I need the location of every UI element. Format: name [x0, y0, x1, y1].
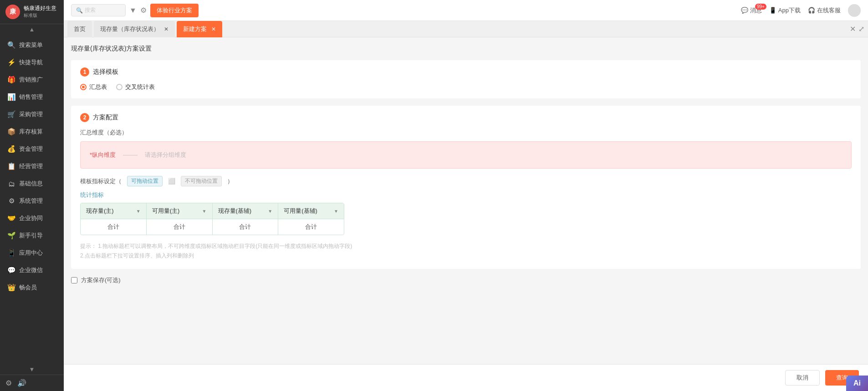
sidebar-item-label: 采购管理 — [19, 110, 43, 118]
stat-table-body: 合计 合计 合计 合计 — [81, 219, 344, 235]
sidebar-item-member[interactable]: 👑 畅会员 — [0, 279, 64, 296]
crown-icon: 👑 — [7, 283, 15, 292]
topbar-settings-icon[interactable]: ⚙ — [140, 6, 147, 15]
col-1-arrow[interactable]: ▼ — [136, 209, 141, 214]
message-icon: 💬 — [741, 7, 748, 14]
indicator-config: 模板指标设定（ 可拖动位置 ⬜ 不可拖动位置 ） 统计指标 现存量(主) ▼ 可 — [80, 176, 852, 260]
sidebar-item-label: 新手引导 — [19, 232, 43, 240]
tab-close-button[interactable]: ✕ — [850, 25, 856, 33]
speaker-icon[interactable]: 🔊 — [17, 379, 26, 387]
sidebar-item-search[interactable]: 🔍 搜索菜单 — [0, 36, 64, 54]
cancel-button[interactable]: 取消 — [785, 370, 820, 386]
sidebar-item-sales[interactable]: 📊 销售管理 — [0, 88, 64, 106]
tab-home[interactable]: 首页 — [67, 21, 92, 37]
stat-col-2[interactable]: 可用量(主) ▼ — [147, 203, 213, 219]
settings-icon[interactable]: ⚙ — [5, 379, 12, 387]
chart-icon: 📊 — [7, 93, 15, 101]
step2-title: 方案配置 — [93, 113, 118, 122]
sidebar-item-finance[interactable]: 💰 资金管理 — [0, 140, 64, 158]
stat-col-3[interactable]: 现存量(基辅) ▼ — [213, 203, 279, 219]
indicator-config-prefix: 模板指标设定（ — [80, 177, 122, 185]
radio-cross[interactable]: 交叉统计表 — [116, 83, 155, 91]
col-4-arrow[interactable]: ▼ — [334, 209, 338, 214]
sidebar-item-label: 企业微信 — [19, 266, 43, 274]
topbar-gear-icon[interactable]: ▼ — [129, 6, 137, 15]
industry-plan-button[interactable]: 体验行业方案 — [150, 4, 199, 17]
sidebar-item-label: 库存核算 — [19, 128, 43, 136]
non-draggable-tag: 不可拖动位置 — [181, 176, 222, 186]
sidebar-item-newbie[interactable]: 🌱 新手引导 — [0, 227, 64, 244]
sidebar-item-wechat[interactable]: 💬 企业微信 — [0, 262, 64, 279]
sidebar-item-operation[interactable]: 📋 经营管理 — [0, 158, 64, 175]
sidebar-item-basic[interactable]: 🗂 基础信息 — [0, 175, 64, 192]
sidebar-item-label: 资金管理 — [19, 145, 43, 153]
tab-inventory-close[interactable]: ✕ — [164, 26, 168, 32]
logo-icon: 康 — [5, 5, 20, 19]
stat-col-1[interactable]: 现存量(主) ▼ — [81, 203, 147, 219]
sidebar-item-purchase[interactable]: 🛒 采购管理 — [0, 106, 64, 123]
sidebar-scroll-up[interactable]: ▲ — [0, 24, 64, 35]
app-download-link[interactable]: 📱 App下载 — [769, 6, 801, 15]
sidebar: 康 畅康通好生意 标准版 ▲ 🔍 搜索菜单 ⚡ 快捷导航 🎁 营销推广 📊 销售… — [0, 0, 64, 391]
col-3-arrow[interactable]: ▼ — [268, 209, 272, 214]
stat-cell-1: 合计 — [81, 219, 147, 235]
stat-col-4[interactable]: 可用量(基辅) ▼ — [278, 203, 344, 219]
sidebar-item-inventory[interactable]: 📦 库存核算 — [0, 123, 64, 140]
tip-1: 提示： 1.拖动标题栏可以调整布局，不可跨维度或指标区域拖动栏目字段(只能在同一… — [80, 242, 852, 250]
customer-service-link[interactable]: 🎧 在线客服 — [808, 6, 841, 15]
tab-expand-button[interactable]: ⤢ — [858, 25, 864, 33]
sidebar-item-system[interactable]: ⚙ 系统管理 — [0, 192, 64, 210]
topbar-right: 💬 消息 99+ 📱 App下载 🎧 在线客服 — [741, 4, 861, 17]
save-label: 方案保存(可选) — [81, 276, 121, 284]
sidebar-item-label: 快捷导航 — [19, 58, 43, 67]
chat-icon: 💬 — [7, 266, 15, 274]
tabs-right-controls: ✕ ⤢ — [850, 25, 864, 33]
stat-col-4-label: 可用量(基辅) — [284, 207, 317, 215]
save-checkbox[interactable] — [71, 277, 77, 283]
step2-header: 2 方案配置 — [80, 113, 852, 122]
radio-cross-label: 交叉统计表 — [125, 83, 155, 91]
template-options: 汇总表 交叉统计表 — [80, 83, 852, 91]
sidebar-nav: 🔍 搜索菜单 ⚡ 快捷导航 🎁 营销推广 📊 销售管理 🛒 采购管理 📦 库存核… — [0, 35, 64, 364]
sidebar-scroll-down[interactable]: ▼ — [0, 364, 64, 375]
sidebar-item-marketing[interactable]: 🎁 营销推广 — [0, 71, 64, 88]
tips-box: 提示： 1.拖动标题栏可以调整布局，不可跨维度或指标区域拖动栏目字段(只能在同一… — [80, 242, 852, 260]
page-title: 现存量(库存状况表)方案设置 — [71, 45, 861, 53]
handshake-icon: 🤝 — [7, 214, 15, 222]
stat-col-3-label: 现存量(基辅) — [218, 207, 252, 215]
radio-summary-label: 汇总表 — [89, 83, 107, 91]
search-placeholder: 搜索 — [85, 6, 96, 14]
step1-header: 1 选择模板 — [80, 67, 852, 77]
tab-new-plan[interactable]: 新建方案 ✕ — [177, 21, 222, 37]
topbar-left: 🔍 搜索 ▼ ⚙ 体验行业方案 — [71, 4, 735, 17]
indicator-config-suffix: ） — [227, 177, 233, 185]
dimension-box[interactable]: *纵向维度 —— 请选择分组维度 — [80, 141, 852, 169]
step2-num: 2 — [80, 113, 89, 122]
save-row: 方案保存(可选) — [71, 276, 861, 284]
tab-new-plan-close[interactable]: ✕ — [211, 26, 216, 32]
sidebar-item-label: 搜索菜单 — [19, 41, 43, 49]
tab-inventory-status[interactable]: 现存量（库存状况表） ✕ — [94, 21, 175, 37]
sidebar-item-shortcut[interactable]: ⚡ 快捷导航 — [0, 54, 64, 71]
indicator-config-mid: ⬜ — [168, 178, 175, 185]
ai-float-button[interactable]: Ai — [846, 376, 868, 391]
step2-card: 2 方案配置 汇总维度（必选） *纵向维度 —— 请选择分组维度 模板指标设定（… — [71, 106, 861, 269]
topbar-search-box[interactable]: 🔍 搜索 — [71, 4, 126, 16]
vertical-dimension-label: *纵向维度 — [90, 151, 116, 159]
message-badge[interactable]: 💬 消息 99+ — [741, 6, 762, 15]
sidebar-item-appcenter[interactable]: 📱 应用中心 — [0, 244, 64, 262]
stat-cell-4: 合计 — [278, 219, 344, 235]
main-area: 🔍 搜索 ▼ ⚙ 体验行业方案 💬 消息 99+ 📱 App下载 🎧 在线客服 — [64, 0, 868, 391]
user-avatar[interactable] — [848, 4, 861, 17]
radio-summary[interactable]: 汇总表 — [80, 83, 107, 91]
box-icon: 📦 — [7, 128, 15, 136]
sidebar-item-label: 应用中心 — [19, 249, 43, 257]
tabs-bar: 首页 现存量（库存状况表） ✕ 新建方案 ✕ ✕ ⤢ — [64, 21, 868, 37]
shortcut-icon: ⚡ — [7, 58, 15, 67]
dimension-arrow: —— — [123, 151, 138, 159]
col-2-arrow[interactable]: ▼ — [202, 209, 207, 214]
sidebar-item-contract[interactable]: 🤝 企业协同 — [0, 210, 64, 227]
dimension-inner: *纵向维度 —— 请选择分组维度 — [90, 151, 842, 159]
step1-title: 选择模板 — [93, 68, 118, 76]
stat-table-header: 现存量(主) ▼ 可用量(主) ▼ 现存量(基辅) ▼ 可用量(基辅) — [81, 203, 344, 219]
